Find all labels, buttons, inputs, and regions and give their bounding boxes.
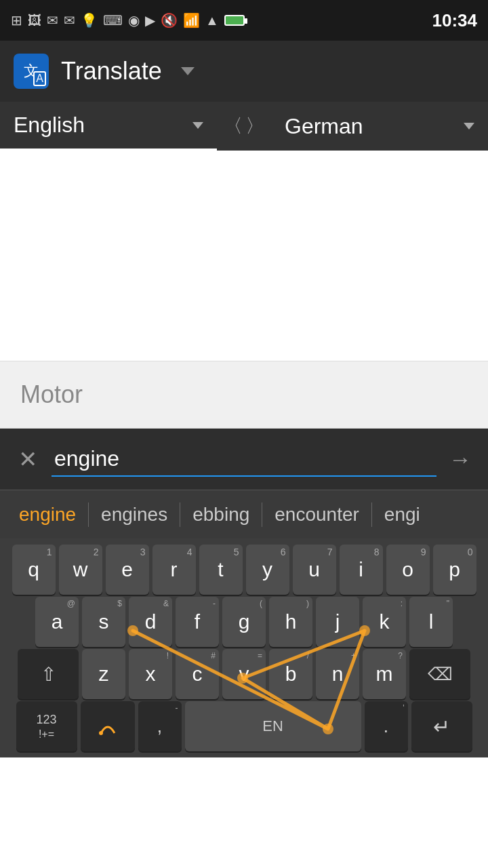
bulb-icon: 💡: [81, 12, 98, 28]
status-icons-left: ⊞ 🖼 ✉ ✉ 💡 ⌨ ◉ ▶ 🔇 📶 ▲: [11, 12, 245, 28]
suggestion-engines[interactable]: engines: [89, 504, 180, 526]
key-q[interactable]: 1q: [12, 545, 56, 595]
key-w[interactable]: 2w: [59, 545, 102, 595]
mail2-icon: ✉: [64, 12, 75, 28]
fn-key-label-top: 123: [36, 713, 56, 727]
play-icon: ▶: [145, 12, 155, 28]
keyboard: 1q 2w 3e 4r 5t 6y 7u 8i 9o 0p @a $s &d -…: [0, 538, 488, 757]
swipe-key[interactable]: [81, 701, 135, 751]
translation-result-text: Motor: [20, 380, 83, 409]
key-s[interactable]: $s: [82, 597, 125, 647]
image-icon: 🖼: [28, 13, 41, 28]
battery-icon: [224, 15, 245, 26]
translation-result-area: Motor: [0, 361, 488, 429]
key-o-num: 9: [421, 547, 426, 557]
close-button[interactable]: ✕: [11, 446, 45, 473]
comma-key[interactable]: -,: [138, 701, 182, 751]
key-i[interactable]: 8i: [340, 545, 383, 595]
source-language-selector[interactable]: English: [0, 102, 217, 151]
key-l[interactable]: "l: [409, 597, 453, 647]
key-j[interactable]: j: [316, 597, 359, 647]
target-dropdown-arrow-icon: [464, 123, 474, 130]
key-y[interactable]: 6y: [246, 545, 289, 595]
keyboard-row-4: 123 !+= -, EN '. ↵: [0, 701, 488, 751]
status-bar: ⊞ 🖼 ✉ ✉ 💡 ⌨ ◉ ▶ 🔇 📶 ▲ 10:34: [0, 0, 488, 41]
app-icon: 文 A: [14, 54, 49, 89]
key-m-num: ?: [398, 651, 403, 660]
key-x[interactable]: !x: [129, 649, 172, 699]
key-g-num: (: [260, 599, 262, 608]
add-icon: ⊞: [11, 12, 22, 28]
app-bar: 文 A Translate: [0, 41, 488, 102]
key-a[interactable]: @a: [35, 597, 79, 647]
keyboard-icon: ⌨: [103, 12, 123, 28]
input-row: ✕ →: [0, 429, 488, 490]
key-y-num: 6: [281, 547, 286, 557]
fn-key[interactable]: 123 !+=: [16, 701, 77, 751]
suggestions-bar: engine engines ebbing encounter engi: [0, 490, 488, 538]
wifi-icon: 📶: [183, 12, 200, 28]
suggestion-engine[interactable]: engine: [7, 504, 88, 526]
key-f-num: -: [213, 599, 216, 608]
key-e[interactable]: 3e: [106, 545, 149, 595]
language-bar: English 〈 〉 German: [0, 102, 488, 151]
swipe-icon: [96, 714, 120, 738]
status-time: 10:34: [432, 10, 478, 31]
key-o[interactable]: 9o: [386, 545, 430, 595]
key-m[interactable]: ?m: [363, 649, 406, 699]
keyboard-row-2: @a $s &d -f (g )h j :k "l: [0, 597, 488, 647]
key-r[interactable]: 4r: [152, 545, 196, 595]
suggestion-encounter[interactable]: encounter: [262, 504, 371, 526]
key-u-num: 7: [327, 547, 333, 557]
send-button[interactable]: →: [443, 446, 477, 473]
key-a-num: @: [67, 599, 75, 608]
record-icon: ◉: [128, 12, 140, 28]
period-key[interactable]: '.: [365, 701, 408, 751]
suggestion-engi[interactable]: engi: [372, 504, 432, 526]
key-r-num: 4: [187, 547, 192, 557]
language-swap-button[interactable]: 〈 〉: [217, 113, 271, 139]
source-language-label: English: [14, 113, 85, 138]
mute-icon: 🔇: [161, 12, 178, 28]
app-title: Translate: [61, 57, 162, 85]
key-k[interactable]: :k: [363, 597, 406, 647]
key-n-num: +: [351, 651, 356, 660]
key-w-num: 2: [94, 547, 99, 557]
key-f[interactable]: -f: [176, 597, 219, 647]
key-g[interactable]: (g: [222, 597, 266, 647]
key-v-num: =: [258, 651, 262, 660]
key-t[interactable]: 5t: [199, 545, 243, 595]
shift-key[interactable]: ⇧: [18, 649, 79, 699]
key-v[interactable]: =v: [222, 649, 266, 699]
suggestion-ebbing[interactable]: ebbing: [180, 504, 262, 526]
source-dropdown-arrow-icon: [192, 122, 203, 129]
target-language-selector[interactable]: German: [271, 102, 488, 151]
app-dropdown-arrow-icon[interactable]: [181, 67, 195, 75]
swap-right-icon: 〉: [245, 113, 264, 139]
svg-point-0: [99, 731, 103, 735]
key-b-num: /: [307, 651, 309, 660]
translate-a-icon: A: [33, 71, 46, 86]
enter-key[interactable]: ↵: [411, 701, 472, 751]
key-h[interactable]: )h: [269, 597, 312, 647]
key-x-num: !: [167, 651, 169, 660]
key-q-num: 1: [47, 547, 52, 557]
key-c[interactable]: #c: [176, 649, 219, 699]
key-l-num: ": [447, 599, 449, 608]
key-p[interactable]: 0p: [433, 545, 476, 595]
key-d[interactable]: &d: [129, 597, 172, 647]
source-text-area[interactable]: [0, 151, 488, 361]
key-z[interactable]: z: [82, 649, 125, 699]
key-k-num: :: [401, 599, 403, 608]
key-e-num: 3: [140, 547, 146, 557]
space-key[interactable]: EN: [185, 701, 361, 751]
key-n[interactable]: +n: [316, 649, 359, 699]
backspace-key[interactable]: ⌫: [409, 649, 470, 699]
search-input[interactable]: [52, 442, 436, 477]
key-s-num: $: [117, 599, 122, 608]
key-b[interactable]: /b: [269, 649, 312, 699]
key-u[interactable]: 7u: [293, 545, 336, 595]
keyboard-row-3: ⇧ z !x #c =v /b +n ?m ⌫: [0, 649, 488, 699]
key-h-num: ): [306, 599, 309, 608]
key-p-num: 0: [468, 547, 473, 557]
